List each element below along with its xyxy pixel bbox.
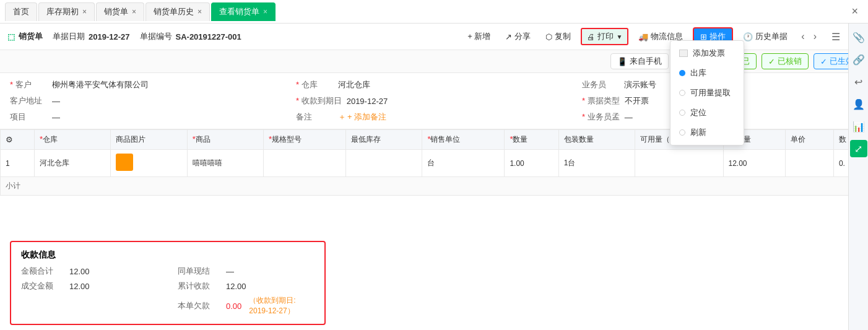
dropdown-item-outbound[interactable]: 出库 <box>671 63 744 83</box>
dropdown-item-locate[interactable]: 定位 <box>671 103 744 123</box>
tab-sales-order-label: 销货单 <box>104 6 128 17</box>
cumulative-item: 累计收款 12.00 <box>178 280 315 292</box>
outbound-label: 出库 <box>690 67 706 79</box>
col-sales-unit: *销售单位 <box>422 130 505 150</box>
outbound-icon <box>679 70 685 76</box>
warehouse-label: 仓库 <box>296 79 333 90</box>
arrears-label: 本单欠款 <box>178 300 221 311</box>
locate-label: 定位 <box>690 107 706 118</box>
add-note-label: + 添加备注 <box>347 111 386 123</box>
tab-sales-history-close[interactable]: × <box>197 7 202 16</box>
customer-label: 客户 <box>10 79 47 90</box>
sidebar-icon-return[interactable]: ↩ <box>850 73 867 90</box>
col-quantity: *数量 <box>505 130 558 150</box>
due-date-row: 收款到期日 2019-12-27 <box>296 95 572 106</box>
cell-product-img <box>111 150 187 177</box>
project-row: 项目 — <box>10 111 286 123</box>
cell-warehouse: 河北仓库 <box>35 150 111 177</box>
tab-sales-history[interactable]: 销货单历史 × <box>145 2 210 21</box>
cell-product: 嘻嘻嘻嘻 <box>187 150 263 177</box>
staff-label: 业务员 <box>582 79 619 90</box>
available-fetch-label: 可用量提取 <box>690 87 731 98</box>
new-button[interactable]: + 新增 <box>462 29 495 44</box>
dropdown-item-available-fetch[interactable]: 可用量提取 <box>671 83 744 103</box>
note-row: 备注 ＋ + 添加备注 <box>296 111 572 123</box>
prev-arrow[interactable]: ‹ <box>797 28 808 45</box>
available-fetch-icon <box>679 90 685 96</box>
ticket-value: 不开票 <box>625 95 649 106</box>
due-date-label: 收款到期日 <box>296 95 342 106</box>
doc-date-label: 单据日期 <box>53 31 85 42</box>
same-order-label: 同单现结 <box>178 266 221 277</box>
tab-inventory-init[interactable]: 库存期初 × <box>38 2 95 21</box>
refresh-label: 刷新 <box>690 127 706 138</box>
subtotal-label: 小计 <box>1 177 868 196</box>
tab-sales-history-label: 销货单历史 <box>154 6 194 17</box>
col-product-img: 商品图片 <box>111 130 187 150</box>
cell-sales-unit: 台 <box>422 150 505 177</box>
doc-number-label: 单据编号 <box>140 31 172 42</box>
tab-view-sales-label: 查看销货单 <box>219 6 259 17</box>
addr-label: 客户地址 <box>10 95 47 106</box>
due-date-value: 2019-12-27 <box>347 97 388 106</box>
sidebar-icon-attach[interactable]: 📎 <box>850 28 867 46</box>
doc-number-value: SA-20191227-001 <box>176 32 241 41</box>
history-button[interactable]: 🕐 历史单据 <box>738 29 792 44</box>
addr-row: 客户地址 — <box>10 95 286 106</box>
tab-sales-order[interactable]: 销货单 × <box>96 2 144 21</box>
new-label: + 新增 <box>467 31 490 42</box>
note-label: 备注 <box>296 111 333 123</box>
refresh-icon <box>679 129 685 136</box>
add-note-btn[interactable]: ＋ + 添加备注 <box>338 111 386 123</box>
tab-home-label: 首页 <box>13 6 29 17</box>
already-voided-btn[interactable]: ✓ 已核销 <box>762 53 809 69</box>
add-note-icon: ＋ <box>338 111 346 123</box>
transaction-label: 成交金额 <box>21 280 64 292</box>
subtotal-row: 小计 <box>1 177 868 196</box>
project-value: — <box>52 113 60 122</box>
warehouse-row: 仓库 河北仓库 <box>296 79 572 90</box>
col-product: *商品 <box>187 130 263 150</box>
cumulative-label: 累计收款 <box>178 280 221 292</box>
sidebar-icon-chart[interactable]: 📊 <box>850 118 867 135</box>
col-unit-price: 单价 <box>786 130 834 150</box>
from-phone-btn[interactable]: 📱 来自手机 <box>610 53 669 69</box>
dropdown-item-refresh[interactable]: 刷新 <box>671 123 744 142</box>
doc-date-item: 单据日期 2019-12-27 <box>53 31 130 42</box>
staff2-value: — <box>625 113 633 122</box>
cell-current-stock: 12.00 <box>723 150 786 177</box>
already-voided-icon: ✓ <box>768 57 775 66</box>
cell-min-stock <box>346 150 422 177</box>
print-button[interactable]: 🖨 打印 ▼ <box>581 28 628 45</box>
history-icon: 🕐 <box>743 32 753 41</box>
cell-index: 1 <box>1 150 35 177</box>
tab-inventory-init-close[interactable]: × <box>82 7 87 16</box>
sidebar-icon-user[interactable]: 👤 <box>850 95 867 113</box>
print-dropdown-arrow[interactable]: ▼ <box>616 33 622 40</box>
payment-grid: 金额合计 12.00 同单现结 — 成交金额 12.00 累计收款 12.00 … <box>21 266 315 316</box>
sidebar-icon-link[interactable]: 🔗 <box>850 51 867 68</box>
list-view-btn[interactable]: ☰ <box>828 28 844 45</box>
warehouse-value: 河北仓库 <box>338 79 370 90</box>
history-label: 历史单据 <box>755 31 788 42</box>
next-arrow[interactable]: › <box>810 28 820 45</box>
addr-value: — <box>52 97 60 106</box>
cell-pack-qty: 1台 <box>558 150 635 177</box>
tab-view-sales-close[interactable]: × <box>263 7 267 16</box>
from-phone-label: 来自手机 <box>630 56 662 67</box>
staff2-label: 业务员孟 <box>582 111 620 123</box>
col-settings[interactable]: ⚙ <box>1 130 35 150</box>
tab-home[interactable]: 首页 <box>5 2 37 21</box>
copy-button[interactable]: ⬡ 复制 <box>540 29 576 44</box>
tab-view-sales[interactable]: 查看销货单 × <box>211 2 276 21</box>
transaction-value: 12.00 <box>69 282 90 291</box>
add-invoice-icon <box>679 50 688 57</box>
sidebar-icon-expand[interactable]: ⤢ <box>850 140 867 157</box>
dropdown-item-add-invoice[interactable]: 添加发票 <box>671 43 744 63</box>
window-close-button[interactable]: × <box>846 2 863 20</box>
tab-inventory-init-label: 库存期初 <box>46 6 79 17</box>
share-button[interactable]: ↗ 分享 <box>500 29 536 44</box>
copy-label: 复制 <box>555 31 571 42</box>
locate-icon <box>679 110 685 116</box>
tab-sales-order-close[interactable]: × <box>132 7 136 16</box>
